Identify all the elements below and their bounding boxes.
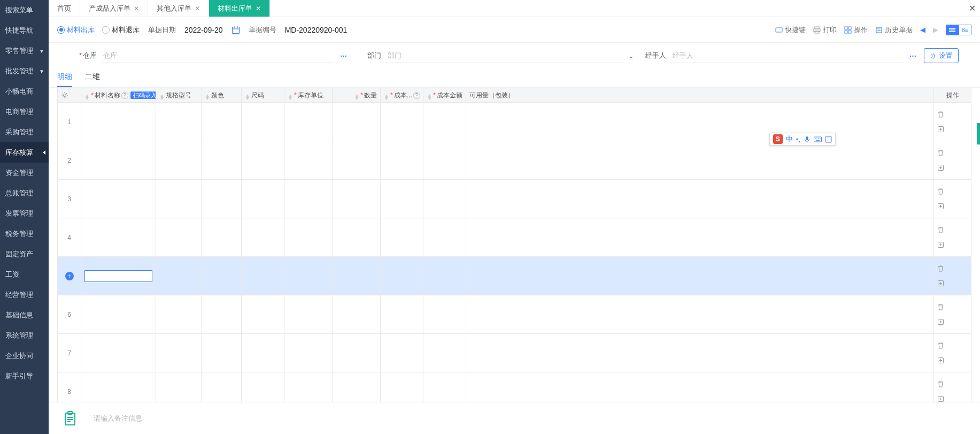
insert-row-icon[interactable] [937, 395, 968, 402]
calendar-icon[interactable] [232, 26, 240, 34]
ime-keyboard-icon[interactable] [814, 136, 822, 142]
help-icon[interactable]: ? [121, 92, 128, 99]
col-material-name[interactable]: ▲▼*材料名称?扫码录入 [81, 88, 156, 103]
sidebar-item-4[interactable]: 小畅电商 [0, 81, 49, 102]
print-button[interactable]: 打印 [813, 25, 837, 35]
cell-unit[interactable] [284, 257, 333, 295]
remark-input[interactable] [94, 410, 971, 427]
cell-material[interactable] [81, 372, 156, 402]
cell-cost[interactable] [381, 295, 423, 334]
cell-cost-amt[interactable] [423, 141, 466, 180]
delete-row-icon[interactable] [937, 226, 968, 233]
close-icon[interactable]: ✕ [256, 5, 261, 12]
settings-button[interactable]: 设置 [924, 48, 959, 63]
delete-row-icon[interactable] [937, 342, 968, 349]
help-icon[interactable]: ? [413, 92, 420, 99]
shortcut-button[interactable]: 快捷键 [775, 25, 806, 35]
insert-row-icon[interactable] [937, 203, 968, 210]
cell-color[interactable] [202, 141, 242, 180]
attachment-button[interactable] [57, 406, 83, 431]
sidebar-item-3[interactable]: 批发管理▼ [0, 61, 49, 81]
cell-spec[interactable] [156, 295, 202, 334]
cell-unit[interactable] [284, 180, 333, 218]
close-icon[interactable]: ✕ [134, 5, 139, 12]
tab-3[interactable]: 材料出库单✕ [209, 0, 270, 17]
delete-row-icon[interactable] [937, 188, 968, 195]
radio-material-return[interactable]: 材料退库 [102, 25, 140, 35]
sidebar-item-11[interactable]: 税务管理 [0, 224, 49, 244]
table-row[interactable]: + [58, 257, 971, 295]
cell-qty[interactable] [333, 295, 381, 334]
cell-spec[interactable] [156, 141, 202, 180]
doc-date-value[interactable]: 2022-09-20 [184, 26, 223, 34]
cell-cost[interactable] [381, 257, 423, 295]
operate-button[interactable]: 操作 [844, 25, 868, 35]
tab-0[interactable]: 首页 [49, 0, 80, 17]
sidebar-item-13[interactable]: 工资 [0, 264, 49, 285]
cell-cost[interactable] [381, 372, 423, 402]
cell-cost-amt[interactable] [423, 295, 466, 334]
sidebar-item-16[interactable]: 系统管理 [0, 325, 49, 346]
cell-material[interactable] [81, 295, 156, 334]
sidebar-item-18[interactable]: 新手引导 [0, 366, 49, 386]
col-qty[interactable]: ▲▼*数量 [333, 88, 381, 103]
dept-input[interactable] [385, 48, 623, 63]
delete-row-icon[interactable] [937, 265, 968, 272]
insert-row-icon[interactable] [937, 280, 968, 287]
cell-available[interactable] [466, 372, 934, 402]
sidebar-item-7[interactable]: 库存核算 [0, 142, 49, 163]
ime-more-icon[interactable] [825, 136, 832, 143]
cell-available[interactable] [466, 334, 934, 372]
handler-input[interactable] [670, 48, 903, 63]
list-view-button[interactable] [946, 25, 959, 35]
cell-qty[interactable] [333, 372, 381, 402]
col-size[interactable]: ▲▼尺码 [242, 88, 284, 103]
cell-material[interactable] [81, 257, 156, 295]
table-row[interactable]: 4 [58, 218, 971, 257]
cell-qty[interactable] [333, 141, 381, 180]
cell-color[interactable] [202, 218, 242, 257]
cell-qty[interactable] [333, 257, 381, 295]
cell-material[interactable] [81, 180, 156, 218]
cell-cost-amt[interactable] [423, 103, 466, 141]
cell-cost-amt[interactable] [423, 180, 466, 218]
cell-qty[interactable] [333, 180, 381, 218]
sidebar-item-1[interactable]: 快捷导航 [0, 20, 49, 41]
table-row[interactable]: 7 [58, 334, 971, 372]
insert-row-icon[interactable] [937, 357, 968, 364]
cell-cost-amt[interactable] [423, 257, 466, 295]
ime-mic-icon[interactable] [804, 136, 811, 143]
sidebar-item-2[interactable]: 零售管理▼ [0, 41, 49, 61]
material-name-input[interactable] [84, 270, 152, 282]
cell-cost[interactable] [381, 141, 423, 180]
sidebar-item-17[interactable]: 企业协同 [0, 346, 49, 366]
tab-detail[interactable]: 明细 [57, 72, 72, 87]
column-settings-button[interactable] [58, 88, 81, 103]
cell-qty[interactable] [333, 218, 381, 257]
cell-color[interactable] [202, 103, 242, 141]
cell-spec[interactable] [156, 257, 202, 295]
sidebar-item-15[interactable]: 基础信息 [0, 305, 49, 325]
col-available[interactable]: 可用量（包装） [466, 88, 934, 103]
cell-cost[interactable] [381, 218, 423, 257]
cell-cost[interactable] [381, 180, 423, 218]
ime-punct-toggle[interactable]: •, [796, 135, 800, 143]
col-spec[interactable]: ▲▼规格型号 [156, 88, 202, 103]
cell-spec[interactable] [156, 218, 202, 257]
cell-spec[interactable] [156, 103, 202, 141]
sidebar-item-6[interactable]: 采购管理 [0, 122, 49, 142]
table-row[interactable]: 3 [58, 180, 971, 218]
cell-spec[interactable] [156, 180, 202, 218]
insert-row-icon[interactable] [937, 164, 968, 171]
sidebar-item-10[interactable]: 发票管理 [0, 203, 49, 224]
cell-color[interactable] [202, 334, 242, 372]
cell-unit[interactable] [284, 334, 333, 372]
cell-size[interactable] [242, 334, 284, 372]
cell-size[interactable] [242, 180, 284, 218]
ime-lang-toggle[interactable]: 中 [786, 134, 793, 144]
dept-dropdown-icon[interactable]: ⌄ [628, 52, 634, 60]
cell-available[interactable] [466, 257, 934, 295]
cell-cost[interactable] [381, 103, 423, 141]
cell-spec[interactable] [156, 372, 202, 402]
delete-row-icon[interactable] [937, 111, 968, 118]
